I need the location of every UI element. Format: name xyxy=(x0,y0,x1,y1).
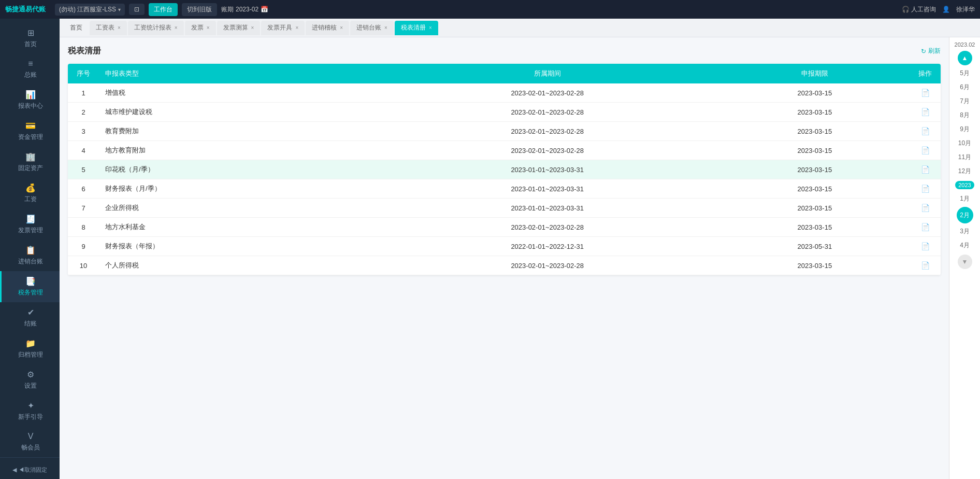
cell-deadline: 2023-03-15 xyxy=(720,179,910,199)
asset-icon: 🏢 xyxy=(25,152,36,162)
action-icon[interactable]: 📄 xyxy=(921,261,930,270)
company-selector[interactable]: (勿动) 江西服室-LSS ▾ xyxy=(55,4,125,16)
sidebar-item-capital[interactable]: 💳 资金管理 xyxy=(0,116,60,147)
cell-action: 📄 xyxy=(910,103,941,122)
right-panel: 2023.02 ▲ 5月 6月 7月 8月 9月 10月 11月 12月 202… xyxy=(949,37,980,479)
app-logo: 畅捷通易代账 xyxy=(5,5,46,14)
sidebar-item-asset[interactable]: 🏢 固定资产 xyxy=(0,147,60,178)
sidebar-label-asset: 固定资产 xyxy=(18,164,43,173)
action-icon[interactable]: 📄 xyxy=(921,204,930,212)
action-icon[interactable]: 📄 xyxy=(921,165,930,174)
panel-month-11[interactable]: 11月 xyxy=(949,150,980,164)
tab-payroll[interactable]: 工资表 × xyxy=(90,21,127,35)
cell-type: 增值税 xyxy=(99,83,375,103)
action-icon[interactable]: 📄 xyxy=(921,185,930,193)
sidebar-item-tax[interactable]: 📑 税务管理 xyxy=(0,271,60,302)
tab-invoice-calc[interactable]: 发票测算 × xyxy=(217,21,261,35)
panel-month-7[interactable]: 7月 xyxy=(949,94,980,108)
tab-purchase-ledger-close[interactable]: × xyxy=(384,25,387,31)
cell-type: 财务报表（年报） xyxy=(99,237,375,256)
sidebar-item-report[interactable]: 📊 报表中心 xyxy=(0,84,60,116)
action-icon[interactable]: 📄 xyxy=(921,146,930,154)
table-row: 4 地方教育附加 2023-02-01~2023-02-28 2023-03-1… xyxy=(68,141,941,160)
sidebar-item-wage[interactable]: 💰 工资 xyxy=(0,178,60,209)
sidebar-item-settlement[interactable]: ✔ 结账 xyxy=(0,302,60,333)
tab-purchase-ledger[interactable]: 进销台账 × xyxy=(350,21,394,35)
cell-deadline: 2023-03-15 xyxy=(720,199,910,218)
tab-invoice-close[interactable]: × xyxy=(207,25,210,31)
sidebar-item-settings[interactable]: ⚙ 设置 xyxy=(0,364,60,396)
sidebar-label-wage: 工资 xyxy=(24,195,37,204)
panel-month-10[interactable]: 10月 xyxy=(949,136,980,150)
page-content: 税表清册 ↻ 刷新 序号 申报表类型 所属期间 申报期限 操作 xyxy=(60,37,949,479)
content-area: 首页 工资表 × 工资统计报表 × 发票 × 发票测算 × 发票开具 × xyxy=(60,19,980,479)
panel-month-9[interactable]: 9月 xyxy=(949,122,980,136)
tab-invoice-label: 发票 xyxy=(191,23,204,32)
action-icon[interactable]: 📄 xyxy=(921,89,930,97)
sidebar-item-member[interactable]: V 畅会员 xyxy=(0,427,60,457)
refresh-button[interactable]: ↻ 刷新 xyxy=(921,47,941,55)
action-icon[interactable]: 📄 xyxy=(921,242,930,250)
panel-year-badge[interactable]: 2023 xyxy=(955,181,974,189)
tab-invoice-open[interactable]: 发票开具 × xyxy=(261,21,305,35)
tab-payroll-close[interactable]: × xyxy=(118,25,121,31)
unpin-button[interactable]: ◀ ◀取消固定 xyxy=(0,463,60,477)
tab-purchase-audit-close[interactable]: × xyxy=(340,25,343,31)
workbench-button[interactable]: 工作台 xyxy=(149,3,178,16)
user-name[interactable]: 徐泽华 xyxy=(956,5,975,14)
tab-purchase-audit[interactable]: 进销稽核 × xyxy=(306,21,349,35)
panel-month-4[interactable]: 4月 xyxy=(949,238,980,252)
action-icon[interactable]: 📄 xyxy=(921,108,930,116)
cell-deadline: 2023-03-15 xyxy=(720,256,910,275)
tax-table: 序号 申报表类型 所属期间 申报期限 操作 1 增值税 2023-02-01~2… xyxy=(68,64,941,275)
company-name: (勿动) 江西服室-LSS xyxy=(59,5,116,14)
tab-payroll-report[interactable]: 工资统计报表 × xyxy=(128,21,184,35)
sidebar-label-sales: 进销台账 xyxy=(18,257,43,266)
tab-purchase-audit-label: 进销稽核 xyxy=(312,23,337,32)
panel-month-2-active[interactable]: 2月 xyxy=(957,207,973,223)
tab-tax-register-close[interactable]: × xyxy=(429,25,432,31)
tab-invoice-open-label: 发票开具 xyxy=(267,23,292,32)
panel-month-1[interactable]: 1月 xyxy=(949,192,980,206)
copy-button[interactable]: ⊡ xyxy=(129,4,145,15)
tab-invoice-calc-close[interactable]: × xyxy=(251,25,254,31)
panel-month-5[interactable]: 5月 xyxy=(949,66,980,80)
sidebar-item-invoice[interactable]: 🧾 发票管理 xyxy=(0,209,60,240)
tab-home[interactable]: 首页 xyxy=(64,21,89,35)
settlement-icon: ✔ xyxy=(27,307,34,317)
tab-invoice-open-close[interactable]: × xyxy=(295,25,298,31)
panel-down-button[interactable]: ▼ xyxy=(958,255,972,269)
sidebar-item-home[interactable]: ⊞ 首页 xyxy=(0,23,60,54)
panel-month-8[interactable]: 8月 xyxy=(949,108,980,122)
cell-deadline: 2023-03-15 xyxy=(720,218,910,237)
sidebar-item-guide[interactable]: ✦ 新手引导 xyxy=(0,396,60,427)
tab-invoice-calc-label: 发票测算 xyxy=(223,23,248,32)
gear-icon: ⚙ xyxy=(27,370,34,379)
cell-action: 📄 xyxy=(910,179,941,199)
ai-consult-btn[interactable]: 🎧 人工咨询 xyxy=(902,5,936,14)
table-row: 5 印花税（月/季） 2023-01-01~2023-03-31 2023-03… xyxy=(68,160,941,179)
tab-payroll-report-close[interactable]: × xyxy=(175,25,178,31)
chevron-down-icon: ▾ xyxy=(118,7,121,12)
panel-up-button[interactable]: ▲ xyxy=(958,51,972,65)
panel-month-12[interactable]: 12月 xyxy=(949,164,980,178)
tab-invoice[interactable]: 发票 × xyxy=(185,21,216,35)
sidebar-item-archive[interactable]: 📁 归档管理 xyxy=(0,333,60,364)
panel-month-3[interactable]: 3月 xyxy=(949,224,980,238)
cell-no: 4 xyxy=(68,141,99,160)
panel-month-6[interactable]: 6月 xyxy=(949,80,980,94)
old-version-button[interactable]: 切到旧版 xyxy=(182,3,217,16)
cell-no: 3 xyxy=(68,122,99,141)
sidebar-label-guide: 新手引导 xyxy=(18,413,43,421)
cell-type: 企业所得税 xyxy=(99,199,375,218)
action-icon[interactable]: 📄 xyxy=(921,127,930,135)
sidebar-item-ledger[interactable]: ≡ 总账 xyxy=(0,54,60,84)
invoice-icon: 🧾 xyxy=(25,214,36,224)
tab-tax-register[interactable]: 税表清册 × xyxy=(395,21,438,35)
calendar-icon[interactable]: 📅 xyxy=(261,6,268,13)
sidebar-item-sales[interactable]: 📋 进销台账 xyxy=(0,240,60,271)
home-icon: ⊞ xyxy=(27,28,34,38)
sidebar-label-archive: 归档管理 xyxy=(18,350,43,359)
cell-deadline: 2023-03-15 xyxy=(720,83,910,103)
action-icon[interactable]: 📄 xyxy=(921,223,930,231)
